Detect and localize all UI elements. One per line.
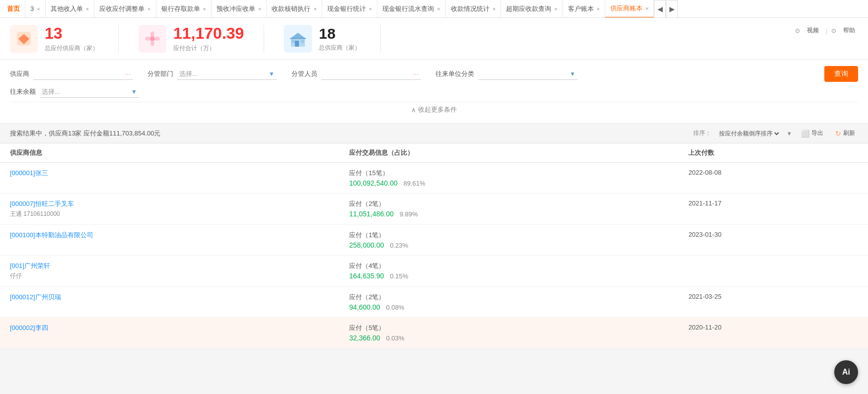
person-input[interactable]	[321, 68, 421, 80]
close-icon[interactable]: ×	[493, 6, 496, 12]
tab-cash-stats-label: 现金银行统计	[327, 4, 366, 13]
supplier-filter-label: 供应商	[10, 69, 29, 78]
payable-count-000002: 应付（5笔）	[349, 324, 688, 332]
nav-tab-collection-summary[interactable]: 收款情况统计 ×	[446, 0, 501, 18]
supplier-link-000002[interactable]: [000002]李四	[10, 324, 48, 331]
nav-tab-ar-ap-adjust[interactable]: 应收应付调整单 ×	[94, 0, 156, 18]
stat-icon-store	[284, 25, 312, 53]
col-header-payable: 应付交易信息（占比）	[349, 148, 688, 157]
payable-count-000012: 应付（2笔）	[349, 293, 688, 302]
sort-select[interactable]: 按应付余额倒序排序	[717, 130, 781, 137]
payable-percent-000001: 89.61%	[404, 180, 426, 187]
nav-prev-arrow[interactable]: ◀	[654, 0, 666, 18]
close-icon[interactable]: ×	[313, 6, 316, 12]
department-select[interactable]: 选择...	[177, 68, 277, 80]
supplier-dots-icon[interactable]: ···	[125, 70, 131, 78]
video-link-icon: ⊙	[795, 27, 800, 34]
supplier-filter-container: ···	[33, 68, 133, 80]
svg-point-6	[145, 37, 151, 41]
nav-tab-cash-stats[interactable]: 现金银行统计 ×	[322, 0, 377, 18]
col-header-supplier: 供应商信息	[10, 148, 349, 157]
payable-amount-000007: 11,051,486.00	[349, 210, 394, 218]
supplier-link-000007[interactable]: [000007]恒旺二手叉车	[10, 200, 74, 207]
filter-group-person: 分管人员 ···	[291, 68, 421, 80]
stats-bar: 13 总应付供应商（家） 11,170.39 应付合计（万）	[0, 18, 868, 60]
payable-info-000100: 应付（1笔） 258,000.00 0.23%	[349, 231, 688, 249]
close-icon[interactable]: ×	[554, 6, 557, 12]
payable-percent-001: 0.15%	[390, 272, 408, 280]
close-icon[interactable]: ×	[147, 6, 150, 12]
payable-row-000007: 11,051,486.00 9.89%	[349, 210, 688, 218]
nav-tab-cash-flow[interactable]: 现金银行流水查询 ×	[377, 0, 445, 18]
category-filter-label: 往来单位分类	[435, 69, 474, 78]
export-button[interactable]: ⬜ 导出	[798, 128, 826, 139]
category-select[interactable]	[478, 68, 578, 80]
balance-select-container: 选择... ▼	[40, 86, 139, 98]
results-bar: 搜索结果中，供应商13家 应付金额111,703,854.00元 排序： 按应付…	[0, 124, 868, 143]
department-select-container: 选择... ▼	[177, 68, 277, 80]
payable-amount-000002: 32,366.00	[349, 334, 380, 342]
table-row: [000001]张三 应付（15笔） 100,092,540.00 89.61%…	[0, 163, 868, 194]
stat-content-total-ap-suppliers: 13 总应付供应商（家）	[45, 25, 98, 53]
collapse-button[interactable]: ∧ 收起更多条件	[10, 102, 858, 117]
payable-info-001: 应付（4笔） 164,635.90 0.15%	[349, 262, 688, 280]
close-icon[interactable]: ×	[203, 6, 206, 12]
payable-row-000012: 94,600.00 0.08%	[349, 303, 688, 311]
table-row: [000002]李四 应付（5笔） 32,366.00 0.03% 2020-1…	[0, 318, 868, 348]
filter-group-category: 往来单位分类 ▼	[435, 68, 578, 80]
close-icon[interactable]: ×	[646, 5, 649, 11]
balance-select[interactable]: 选择...	[40, 86, 139, 98]
supplier-info-000002: [000002]李四	[10, 324, 349, 332]
stat-total-suppliers-count: 18 总供应商（家）	[284, 25, 381, 53]
nav-tab-bank-deposit[interactable]: 银行存取款单 ×	[156, 0, 212, 18]
stat-total-suppliers: 13 总应付供应商（家）	[10, 25, 119, 53]
nav-tab-3[interactable]: 3 ×	[25, 0, 46, 18]
close-icon[interactable]: ×	[437, 6, 440, 12]
nav-tab-advance-receipt[interactable]: 预收冲应收单 ×	[212, 0, 267, 18]
sort-label: 排序：	[693, 129, 711, 137]
nav-tab-customer-ledger[interactable]: 客户账本 ×	[563, 0, 605, 18]
svg-rect-13	[290, 38, 306, 39]
supplier-sub-001: 仔仔	[10, 272, 349, 280]
svg-point-5	[150, 40, 154, 46]
payable-row-001: 164,635.90 0.15%	[349, 272, 688, 280]
supplier-link-000001[interactable]: [000001]张三	[10, 169, 48, 177]
last-payment-000100: 2023-01-30	[688, 231, 858, 238]
close-icon[interactable]: ×	[258, 6, 261, 12]
close-icon[interactable]: ×	[597, 6, 600, 12]
filter-group-supplier: 供应商 ···	[10, 68, 133, 80]
help-link[interactable]: 帮助	[840, 25, 858, 36]
supplier-input[interactable]	[33, 68, 133, 80]
query-button[interactable]: 查询	[824, 66, 858, 82]
results-bar-right: 排序： 按应付余额倒序排序 ▼ ⬜ 导出 ↻ 刷新	[693, 128, 858, 139]
nav-next-arrow[interactable]: ▶	[666, 0, 678, 18]
supplier-link-000012[interactable]: [000012]广州贝瑞	[10, 293, 61, 301]
supplier-info-000001: [000001]张三	[10, 169, 349, 178]
nav-tab-other-income[interactable]: 其他收入单 ×	[46, 0, 94, 18]
supplier-info-000007: [000007]恒旺二手叉车 王通 17106110000	[10, 199, 349, 218]
payable-row-000100: 258,000.00 0.23%	[349, 241, 688, 249]
refresh-button[interactable]: ↻ 刷新	[832, 128, 858, 139]
nav-tab-home[interactable]: 首页	[2, 0, 25, 18]
nav-tab-overdue-ar[interactable]: 超期应收款查询 ×	[501, 0, 563, 18]
supplier-link-001[interactable]: [001]广州荣轩	[10, 262, 50, 269]
tab-bank-deposit-label: 银行存取款单	[161, 4, 200, 13]
supplier-link-000100[interactable]: [000100]本特勤油品有限公司	[10, 231, 93, 239]
close-icon[interactable]: ×	[86, 6, 89, 12]
person-filter-label: 分管人员	[291, 69, 317, 78]
video-link[interactable]: 视频	[804, 25, 822, 36]
person-dots-icon[interactable]: ···	[413, 70, 419, 78]
tab-collection-verify-label: 收款核销执行	[272, 4, 310, 13]
filter-group-balance: 往来余额 选择... ▼	[10, 86, 139, 98]
nav-tab-supplier-ledger[interactable]: 供应商账本 ×	[605, 0, 654, 18]
tab-customer-ledger-label: 客户账本	[568, 4, 594, 13]
nav-tab-collection-verify[interactable]: 收款核销执行 ×	[267, 0, 322, 18]
payable-amount-000001: 100,092,540.00	[349, 179, 397, 187]
filter-row-1: 供应商 ··· 分管部门 选择... ▼ 分管人员 ···	[10, 66, 858, 82]
tab-other-income-label: 其他收入单	[51, 4, 83, 13]
help-link-icon: ⊙	[831, 27, 836, 34]
stat-content-ap-total: 11,170.39 应付合计（万）	[173, 25, 244, 53]
close-icon[interactable]: ×	[37, 6, 40, 12]
close-icon[interactable]: ×	[369, 6, 372, 12]
export-label: 导出	[811, 129, 823, 137]
